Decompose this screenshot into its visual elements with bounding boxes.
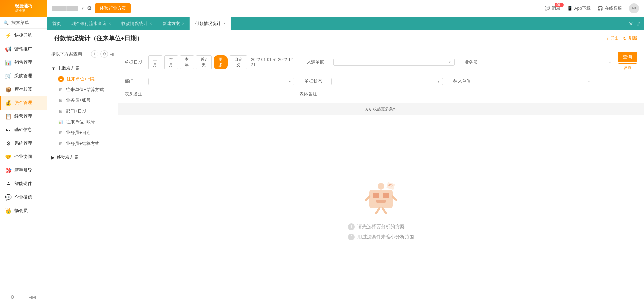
sidebar-item-purchase[interactable]: 🛒 采购管理: [0, 69, 47, 83]
avatar-text: Rit: [632, 6, 636, 10]
tab-new-scheme-close[interactable]: ×: [182, 21, 184, 26]
dept-arrow-icon: ▾: [289, 80, 291, 83]
topbar-left: █████████ ▾ ⚙ 体验行业方案: [52, 3, 131, 13]
scheme-item-dept-date[interactable]: ⊞ 部门+日期: [47, 106, 118, 117]
partner-dots-btn[interactable]: ···: [588, 79, 592, 84]
sidebar-item-marketing[interactable]: 📢 营销推广: [0, 42, 47, 56]
scheme-item-label-partner-settle: 往来单位+结算方式: [66, 87, 104, 93]
tab-receive[interactable]: 收款情况统计 ×: [116, 17, 157, 30]
date-btn-custom[interactable]: 自定义: [230, 55, 247, 69]
right-panel: 单据日期 上月 本月 本年 近7天 更多 自定义 2022-01-01 至 20…: [118, 47, 644, 303]
mobile-group-label: 移动端方案: [57, 154, 79, 160]
mobile-scheme-group-header[interactable]: ▶ 移动端方案: [47, 152, 118, 162]
close-all-tabs-btn[interactable]: ✕: [628, 21, 633, 27]
sidebar-item-label-system: 系统管理: [14, 140, 32, 146]
export-icon: ↑: [607, 36, 609, 41]
sidebar-item-quick-nav[interactable]: ⚡ 快捷导航: [0, 29, 47, 42]
topbar-dropdown-icon[interactable]: ▾: [82, 6, 84, 11]
sidebar-item-label-marketing: 营销推广: [14, 46, 32, 52]
sidebar-item-enterprise[interactable]: 🤝 企业协同: [0, 150, 47, 163]
tip-text-2: 用过滤条件来缩小分析范围: [357, 234, 414, 240]
scheme-item-staff-date[interactable]: ⊞ 业务员+日期: [47, 127, 118, 138]
source-doc-select[interactable]: ▾: [333, 59, 455, 66]
svg-rect-3: [376, 200, 386, 203]
salesperson-dots-btn[interactable]: ···: [609, 60, 613, 65]
sidebar-item-basic-info[interactable]: 🗂 基础信息: [0, 123, 47, 137]
tab-payment-close[interactable]: ×: [223, 21, 226, 26]
scheme-item-partner-settle[interactable]: ⊞ 往来单位+结算方式: [47, 84, 118, 95]
tab-new-scheme[interactable]: 新建方案 ×: [157, 17, 190, 30]
date-btn-more[interactable]: 更多: [214, 55, 228, 69]
tab-receive-close[interactable]: ×: [150, 21, 152, 26]
sidebar-item-member[interactable]: 👑 畅会员: [0, 204, 47, 217]
add-scheme-btn[interactable]: +: [91, 50, 98, 58]
sidebar-item-inventory[interactable]: 📦 库存核算: [0, 83, 47, 96]
sidebar-item-operations[interactable]: 📋 经营管理: [0, 110, 47, 123]
sidebar-item-hardware[interactable]: 🖥 智能硬件: [0, 177, 47, 190]
export-label: 导出: [610, 35, 619, 41]
app-download-btn[interactable]: 📱 App下载: [567, 5, 591, 11]
refresh-icon: ↻: [623, 36, 627, 41]
notifications-btn[interactable]: 💬 消息 99+: [545, 5, 560, 11]
add-icon: +: [93, 51, 96, 57]
salesperson-label: 业务员: [465, 59, 488, 65]
system-icon: ⚙: [5, 140, 12, 147]
page-actions: ↑ 导出 ↻ 刷新: [607, 35, 638, 41]
filter-row-3: 表头备注 表体备注: [125, 90, 637, 98]
search-menu-label: 搜索菜单: [11, 20, 29, 26]
tab-home[interactable]: 首页: [47, 17, 66, 30]
refresh-btn[interactable]: ↻ 刷新: [623, 35, 637, 41]
dept-label: 部门: [125, 78, 148, 84]
topbar-settings-icon[interactable]: ⚙: [87, 5, 92, 11]
scheme-item-staff-account[interactable]: ⊞ 业务员+账号: [47, 95, 118, 106]
body-note-input[interactable]: [326, 90, 440, 98]
sidebar-collapse-btn[interactable]: ◀◀: [29, 294, 36, 300]
collapse-label: 收起更多条件: [373, 106, 397, 112]
sidebar-bottom: ⚙ ◀◀: [0, 291, 47, 303]
desktop-group-label: 电脑端方案: [58, 65, 80, 71]
partner-input[interactable]: [480, 77, 583, 85]
table-icon-5: ⊞: [58, 141, 63, 146]
query-btn[interactable]: 查询: [618, 52, 637, 62]
date-btn-this-year[interactable]: 本年: [180, 55, 194, 69]
panel-collapse-btn[interactable]: ◀: [110, 51, 114, 57]
user-avatar[interactable]: Rit: [629, 3, 639, 13]
scheme-item-staff-settle[interactable]: ⊞ 业务员+结算方式: [47, 138, 118, 149]
scheme-item-label-dept-date: 部门+日期: [66, 108, 86, 114]
tab-bank-close[interactable]: ×: [109, 21, 111, 26]
scheme-item-partner-account[interactable]: 📊 往来单位+账号: [47, 117, 118, 127]
collapse-bar[interactable]: ∧∧ 收起更多条件: [118, 103, 644, 115]
app-name: 畅捷通巧: [15, 3, 32, 9]
search-menu[interactable]: 🔍 搜索菜单: [0, 17, 47, 29]
sidebar-item-guide[interactable]: 🎯 新手引导: [0, 163, 47, 177]
trial-btn[interactable]: 体验行业方案: [95, 3, 131, 13]
salesperson-input[interactable]: [492, 58, 604, 66]
date-btn-last-month[interactable]: 上月: [148, 55, 162, 69]
partner-label: 往来单位: [453, 78, 477, 84]
dept-select[interactable]: ▾: [148, 78, 294, 85]
settings-btn[interactable]: 设置: [618, 63, 637, 72]
doc-status-select[interactable]: ▾: [331, 78, 443, 85]
svg-rect-1: [373, 193, 379, 198]
header-note-input[interactable]: [148, 90, 289, 98]
maximize-btn[interactable]: ⤢: [636, 21, 641, 27]
date-btn-7days[interactable]: 近7天: [196, 55, 212, 69]
tab-bank[interactable]: 现金银行流水查询 ×: [66, 17, 116, 30]
export-btn[interactable]: ↑ 导出: [607, 35, 619, 41]
sidebar-item-system[interactable]: ⚙ 系统管理: [0, 137, 47, 150]
tab-bank-label: 现金银行流水查询: [71, 21, 107, 27]
header-note-label: 表头备注: [125, 91, 148, 97]
tab-payment[interactable]: 付款情况统计 ×: [190, 17, 231, 30]
mobile-group-arrow: ▶: [51, 155, 55, 160]
scheme-settings-btn[interactable]: ⚙: [100, 50, 108, 58]
sidebar-item-sales[interactable]: 📊 销售管理: [0, 56, 47, 69]
online-service-btn[interactable]: 🎧 在线客服: [597, 5, 622, 11]
sidebar-item-weixin[interactable]: 💬 企业微信: [0, 190, 47, 204]
date-btn-this-month[interactable]: 本月: [164, 55, 178, 69]
sidebar-item-label-sales: 销售管理: [14, 59, 32, 65]
sidebar-item-finance[interactable]: 💰 资金管理: [0, 96, 47, 110]
main-content: █████████ ▾ ⚙ 体验行业方案 💬 消息 99+ 📱 App下载 🎧 …: [47, 0, 644, 303]
scheme-item-partner-date[interactable]: ● 往来单位+日期: [47, 73, 118, 84]
desktop-scheme-group-header[interactable]: ▼ 电脑端方案: [47, 63, 118, 73]
sidebar-settings-btn[interactable]: ⚙: [10, 294, 15, 300]
